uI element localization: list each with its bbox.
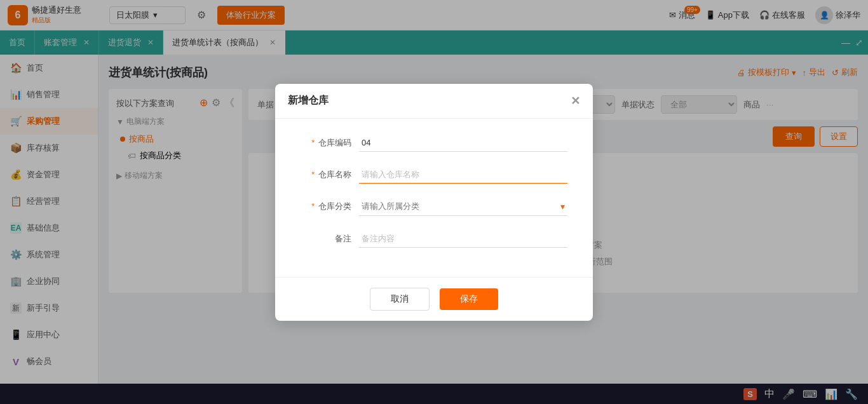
modal-footer: 取消 保存 [275,277,593,321]
form-row-code: * 仓库编码 [301,134,567,152]
modal-body: * 仓库编码 * 仓库名称 * 仓库分类 [275,119,593,277]
form-row-category: * 仓库分类 ▾ [301,198,567,216]
category-dropdown-arrow: ▾ [560,201,565,212]
category-select-input[interactable] [362,201,560,211]
new-warehouse-modal: 新增仓库 ✕ * 仓库编码 * 仓库名称 [275,84,593,321]
save-button[interactable]: 保存 [440,288,498,310]
modal-overlay: 新增仓库 ✕ * 仓库编码 * 仓库名称 [0,0,868,404]
category-select-row[interactable]: ▾ [359,198,567,216]
category-label: * 仓库分类 [301,201,351,212]
required-star-code: * [311,138,315,147]
warehouse-name-input[interactable] [359,166,567,184]
remark-label: 备注 [301,233,351,245]
modal-close-button[interactable]: ✕ [571,94,580,108]
cancel-button[interactable]: 取消 [370,288,430,311]
modal-title: 新增仓库 [288,94,329,107]
modal-header: 新增仓库 ✕ [275,84,593,119]
required-star-name: * [311,170,315,179]
form-row-remark: 备注 [301,230,567,248]
code-label: * 仓库编码 [301,137,351,149]
name-label: * 仓库名称 [301,169,351,180]
required-star-category: * [311,201,315,211]
form-row-name: * 仓库名称 [301,166,567,184]
remark-input[interactable] [359,230,567,248]
warehouse-code-input[interactable] [359,134,567,152]
